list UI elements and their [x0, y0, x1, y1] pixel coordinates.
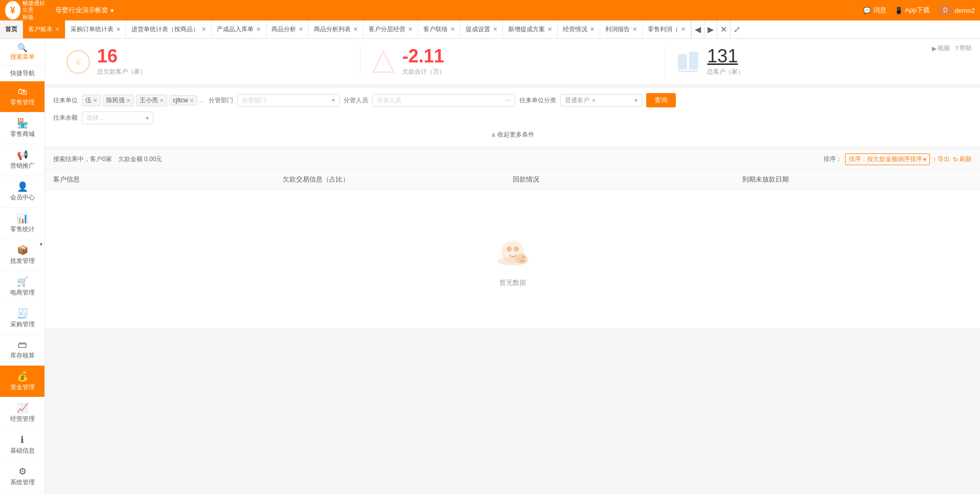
balance-select-arrow: ▾	[146, 115, 149, 122]
empty-icon	[490, 231, 536, 278]
tab-purchase-order[interactable]: 采购订单统计表 ✕	[65, 20, 126, 39]
tab-product-analysis-list[interactable]: 商品分析列表 ✕	[309, 20, 363, 39]
capital-icon: 💰	[17, 371, 28, 382]
search-icon: 🔍	[3, 43, 41, 53]
filter-tag-cjttcw[interactable]: cjttcw ✕	[169, 95, 197, 105]
svg-point-11	[522, 256, 525, 259]
tag-close-cjttcw[interactable]: ✕	[190, 98, 194, 103]
download-action[interactable]: 📱 App下载	[895, 6, 930, 15]
sidebar-item-retail-mgmt[interactable]: 🛍 零售管理	[0, 81, 44, 113]
sidebar-item-retail-stats[interactable]: 📊 零售统计	[0, 208, 44, 239]
category-tag-close[interactable]: ✕	[591, 98, 596, 103]
svg-point-10	[515, 254, 528, 264]
query-button[interactable]: 查询	[646, 93, 676, 107]
stat-total-customers: 131 总客户（家）	[665, 47, 970, 76]
tab-close-product-analysis-list[interactable]: ✕	[353, 26, 358, 33]
video-link[interactable]: ▶ 视频	[932, 44, 950, 53]
sidebar-item-retail-mall[interactable]: 🏪 零售商城	[0, 113, 44, 144]
tab-close-add-promo[interactable]: ✕	[548, 26, 552, 33]
tab-nav-prev[interactable]: ◀	[691, 20, 704, 39]
sidebar-quick-nav[interactable]: 快捷导航	[0, 66, 44, 81]
tab-maximize[interactable]: ⤢	[730, 20, 743, 39]
tab-purchase-stat[interactable]: 进货单统计表（按商品） ✕	[126, 20, 212, 39]
filter-row-1: 往来单位 伍 ✕ 陈民强 ✕ 王小亮 ✕	[53, 93, 972, 107]
person-select[interactable]: 分管人员 ⋯	[372, 94, 515, 107]
tab-customer-account[interactable]: 客户账本 ✕	[23, 20, 65, 39]
balance-select[interactable]: 选择... ▾	[82, 111, 153, 124]
svg-text:!: !	[382, 61, 384, 70]
tab-customer-contact[interactable]: 客户联络 ✕	[418, 20, 461, 39]
tab-nav-next[interactable]: ▶	[704, 20, 717, 39]
tab-close-promo-settings[interactable]: ✕	[493, 26, 497, 33]
svg-point-8	[507, 246, 512, 252]
tag-close-chen[interactable]: ✕	[126, 98, 130, 103]
help-link[interactable]: ? 帮助	[955, 44, 972, 53]
tab-home[interactable]: 首页	[0, 20, 23, 39]
empty-state: 暂无数据	[45, 190, 980, 328]
sidebar-item-member-center[interactable]: 👤 会员中心	[0, 176, 44, 208]
account-selector[interactable]: 母婴行业演示帐套 ▾	[55, 6, 114, 15]
sidebar-item-system-mgmt[interactable]: ⚙ 系统管理	[0, 461, 44, 492]
tab-close-biz-status[interactable]: ✕	[590, 26, 595, 33]
sidebar-item-ops-mgmt[interactable]: 📈 经营管理	[0, 397, 44, 429]
debt-label: 欠款合计（万）	[402, 68, 445, 76]
tab-close-purchase-stat[interactable]: ✕	[201, 26, 206, 33]
tab-close-all[interactable]: ✕	[717, 20, 730, 39]
tab-promo-settings[interactable]: 提成设置 ✕	[461, 20, 503, 39]
total-customers-label: 总客户（家）	[707, 68, 744, 76]
tab-product-in[interactable]: 产成品入库单 ✕	[212, 20, 266, 39]
tab-close-customer-account[interactable]: ✕	[55, 26, 60, 33]
tab-close-product-analysis[interactable]: ✕	[299, 26, 303, 33]
tab-profit-report[interactable]: 利润报告 ✕	[600, 20, 643, 39]
sort-select[interactable]: 排序：按欠款金额倒序排序 ▾	[845, 153, 930, 165]
sidebar-item-wholesale-mgmt[interactable]: 📦 批发管理 ▾	[0, 239, 44, 271]
svg-rect-4	[689, 52, 698, 70]
filter-tag-chen[interactable]: 陈民强 ✕	[103, 95, 134, 106]
sidebar-search[interactable]: 🔍 搜索菜单	[0, 39, 44, 66]
tab-product-analysis[interactable]: 商品分析 ✕	[266, 20, 309, 39]
refresh-button[interactable]: ↻ 刷新	[953, 155, 972, 164]
stat-debt: ! -2.11 欠款合计（万）	[360, 47, 666, 76]
content-area: ▶ 视频 ? 帮助 ¥	[45, 39, 980, 494]
filter-tag-wang[interactable]: 王小亮 ✕	[136, 95, 167, 106]
sidebar-item-inventory-check[interactable]: 🗃 库存核算	[0, 334, 44, 366]
user-avatar[interactable]: D demo2	[938, 3, 975, 17]
tab-close-purchase-order[interactable]: ✕	[116, 26, 121, 33]
dept-select[interactable]: 分管部门 ▾	[237, 94, 339, 107]
tab-close-product-in[interactable]: ✕	[256, 26, 261, 33]
system-icon: ⚙	[18, 466, 27, 477]
sidebar-item-basic-info[interactable]: ℹ 基础信息	[0, 429, 44, 461]
refresh-icon: ↻	[953, 156, 958, 163]
table-area: 客户信息 欠款交易信息（占比） 回款情况 到期未放款日期	[45, 170, 980, 328]
sidebar-item-ecommerce-mgmt[interactable]: 🛒 电商管理	[0, 271, 44, 303]
debt-bg-icon: !	[371, 49, 396, 75]
collapse-button[interactable]: ∧ 收起更多条件	[491, 130, 534, 139]
debt-value: -2.11	[402, 47, 445, 65]
retail-mall-icon: 🏪	[17, 118, 28, 129]
sidebar-item-capital-mgmt[interactable]: 💰 资金管理	[0, 366, 44, 397]
col-debt-trade: 欠款交易信息（占比）	[283, 175, 512, 184]
category-select[interactable]: 普通客户 ✕ ▾	[560, 94, 642, 107]
tag-close-wu[interactable]: ✕	[93, 98, 97, 103]
tab-close-retail-profit[interactable]: ✕	[681, 26, 686, 33]
tab-close-customer-contact[interactable]: ✕	[450, 26, 455, 33]
filter-tag-more[interactable]: ...	[199, 97, 204, 104]
tab-close-customer-tier[interactable]: ✕	[408, 26, 413, 33]
unit-label: 往来单位	[53, 96, 78, 105]
tab-biz-status[interactable]: 经营情况 ✕	[558, 20, 600, 39]
sidebar-item-marketing[interactable]: 📢 营销推广	[0, 144, 44, 176]
tab-retail-profit[interactable]: 零售利润（ ✕	[643, 20, 691, 39]
customers-label: 总欠款客户（家）	[97, 68, 146, 76]
tab-close-profit-report[interactable]: ✕	[632, 26, 637, 33]
filter-tag-wu[interactable]: 伍 ✕	[82, 95, 101, 106]
total-customers-value: 131	[707, 47, 744, 65]
expand-icon: ▾	[40, 241, 42, 247]
tab-add-promo[interactable]: 新增提成方案 ✕	[503, 20, 558, 39]
tab-customer-tier[interactable]: 客户分层经营 ✕	[363, 20, 418, 39]
sidebar-item-purchase-mgmt[interactable]: 🧾 采购管理	[0, 303, 44, 334]
export-button[interactable]: ↑ 导出	[933, 155, 950, 164]
logo-text: 畅捷通好生意 标版	[22, 0, 50, 20]
tag-close-wang[interactable]: ✕	[159, 98, 164, 103]
message-action[interactable]: 💬 消息	[863, 6, 886, 15]
logo-area: ¥ 畅捷通好生意 标版	[5, 0, 50, 20]
